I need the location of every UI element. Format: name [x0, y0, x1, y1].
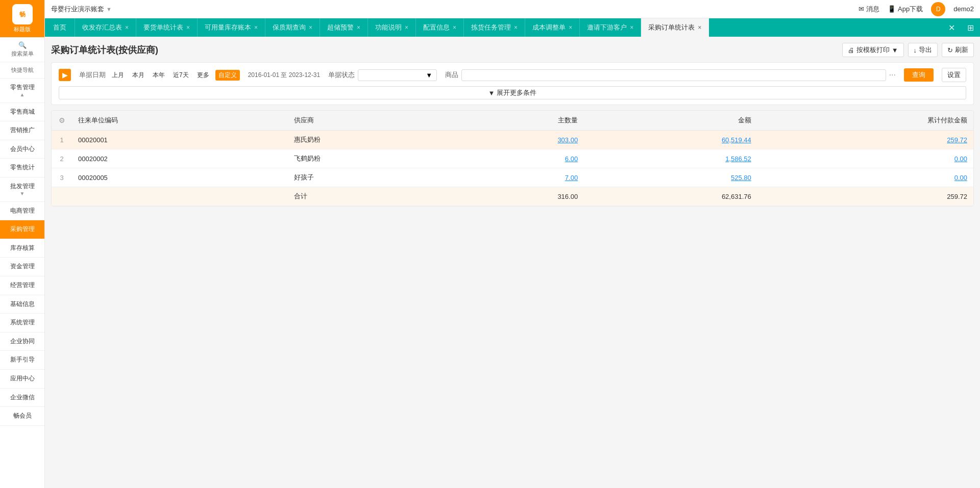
- workspace-label: 母婴行业演示账套: [51, 5, 104, 14]
- maximize-button[interactable]: ⊞: [961, 18, 980, 37]
- tab-pick-task[interactable]: 拣货任务管理 ×: [464, 18, 525, 37]
- date-label: 单据日期: [79, 70, 106, 80]
- print-button[interactable]: 🖨 按模板打印 ▼: [842, 43, 904, 57]
- sidebar-item-purchase[interactable]: 采购管理: [0, 220, 44, 239]
- sidebar-item-enterprise[interactable]: 企业协同: [0, 332, 44, 351]
- row-paid[interactable]: 0.00: [757, 168, 973, 187]
- date-range-display: 2016-01-01 至 2023-12-31: [248, 71, 320, 80]
- page-title: 采购订单统计表(按供应商): [51, 44, 158, 56]
- close-icon[interactable]: ×: [186, 24, 190, 31]
- table-settings-icon[interactable]: ⚙: [59, 116, 65, 124]
- more-icon[interactable]: ···: [889, 70, 896, 80]
- tab-receive-summary[interactable]: 收发存汇总表 ×: [75, 18, 136, 37]
- export-button[interactable]: ↓ 导出: [908, 43, 938, 57]
- row-quantity[interactable]: 7.00: [449, 168, 584, 187]
- row-amount[interactable]: 525.80: [584, 168, 757, 187]
- btn-this-month[interactable]: 本月: [129, 70, 148, 81]
- btn-7days[interactable]: 近7天: [170, 70, 192, 81]
- sidebar-item-system[interactable]: 系统管理: [0, 314, 44, 332]
- message-icon: ✉: [859, 5, 864, 13]
- tab-expiry-query[interactable]: 保质期查询 ×: [265, 18, 320, 37]
- sidebar-item-new-guide[interactable]: 新手引导: [0, 351, 44, 370]
- expand-filter-button[interactable]: ▼ 展开更多条件: [59, 86, 966, 99]
- chevron-icon: ▲: [20, 92, 25, 97]
- sidebar-item-ops[interactable]: 经营管理: [0, 276, 44, 295]
- row-quantity[interactable]: 6.00: [449, 149, 584, 168]
- sidebar-item-retail-store[interactable]: 零售商城: [0, 103, 44, 122]
- close-icon[interactable]: ×: [357, 24, 360, 31]
- sidebar-item-inventory[interactable]: 库存核算: [0, 239, 44, 258]
- row-amount[interactable]: 1,586.52: [584, 149, 757, 168]
- row-index: 1: [52, 131, 72, 149]
- sidebar-item-app-center[interactable]: 应用中心: [0, 370, 44, 389]
- close-tab-button[interactable]: ✕: [942, 18, 961, 37]
- sidebar-item-retail-mgmt[interactable]: 零售管理 ▲: [0, 79, 44, 103]
- logo-icon: 畅: [12, 4, 33, 24]
- tab-usable-inventory[interactable]: 可用量库存账本 ×: [198, 18, 265, 37]
- row-paid[interactable]: 0.00: [757, 149, 973, 168]
- footer-amount: 62,631.76: [584, 187, 757, 206]
- tab-function-desc[interactable]: 功能说明 ×: [368, 18, 416, 37]
- message-button[interactable]: ✉ 消息: [859, 5, 879, 14]
- tab-overstock[interactable]: 超储预警 ×: [320, 18, 368, 37]
- close-icon[interactable]: ×: [569, 24, 572, 31]
- table-row: 3 00020005 好孩子 7.00 525.80 0.00: [52, 168, 973, 187]
- refresh-icon: ↻: [947, 46, 953, 54]
- settings-button[interactable]: 设置: [942, 68, 966, 82]
- avatar[interactable]: D: [931, 2, 945, 16]
- row-amount[interactable]: 60,519.44: [584, 131, 757, 149]
- tab-purchase-stats[interactable]: 采购订单统计表 ×: [641, 18, 709, 37]
- sidebar-item-retail-stats[interactable]: 零售统计: [0, 159, 44, 177]
- filter-toggle[interactable]: ▶: [59, 69, 71, 81]
- sidebar-item-vip[interactable]: 畅会员: [0, 407, 44, 426]
- refresh-button[interactable]: ↻ 刷新: [942, 43, 974, 57]
- row-supplier: 好孩子: [288, 168, 449, 187]
- close-icon[interactable]: ×: [453, 24, 456, 31]
- page-actions: 🖨 按模板打印 ▼ ↓ 导出 ↻ 刷新: [842, 43, 974, 57]
- btn-last-month[interactable]: 上月: [109, 70, 127, 81]
- row-supplier: 飞鹤奶粉: [288, 149, 449, 168]
- query-button[interactable]: 查询: [904, 68, 934, 82]
- sidebar-quick-nav[interactable]: 快捷导航: [0, 62, 44, 79]
- username-label[interactable]: demo2: [953, 5, 974, 13]
- status-select[interactable]: ▼: [358, 69, 437, 81]
- expand-icon: ▼: [488, 89, 495, 97]
- close-icon[interactable]: ×: [254, 24, 258, 31]
- close-icon[interactable]: ×: [698, 24, 701, 31]
- row-quantity[interactable]: 303.00: [449, 131, 584, 149]
- sidebar-item-wholesale[interactable]: 批发管理 ▼: [0, 177, 44, 202]
- sidebar-item-basic[interactable]: 基础信息: [0, 295, 44, 314]
- tab-cost-adjust[interactable]: 成本调整单 ×: [525, 18, 580, 37]
- close-icon[interactable]: ×: [514, 24, 518, 31]
- goods-input[interactable]: [461, 69, 886, 81]
- row-paid[interactable]: 259.72: [757, 131, 973, 149]
- status-label: 单据状态: [328, 70, 355, 80]
- th-code: 往来单位编码: [72, 111, 288, 131]
- sidebar-item-finance[interactable]: 资金管理: [0, 258, 44, 276]
- tab-goods-stats[interactable]: 要货单统计表 ×: [136, 18, 198, 37]
- close-icon[interactable]: ×: [405, 24, 408, 31]
- sidebar-item-marketing[interactable]: 营销推广: [0, 121, 44, 140]
- close-icon[interactable]: ×: [309, 24, 312, 31]
- close-icon[interactable]: ×: [125, 24, 129, 31]
- quick-nav-label: 快捷导航: [11, 66, 34, 74]
- date-shortcut-buttons: 上月 本月 本年 近7天 更多: [109, 70, 212, 81]
- workspace-selector[interactable]: 母婴行业演示账套 ▼: [51, 5, 112, 14]
- sidebar-search[interactable]: 🔍 搜索菜单: [0, 37, 44, 62]
- btn-this-year[interactable]: 本年: [150, 70, 168, 81]
- filter-date-item: 单据日期 上月 本月 本年 近7天 更多 自定义: [79, 70, 240, 81]
- logo-area[interactable]: 畅 标题版: [0, 0, 44, 37]
- tab-config-info[interactable]: 配置信息 ×: [416, 18, 464, 37]
- tab-invite-downstream[interactable]: 邀请下游客户 ×: [580, 18, 641, 37]
- tab-home[interactable]: 首页: [45, 18, 75, 37]
- sidebar-item-member[interactable]: 会员中心: [0, 140, 44, 159]
- logo-text: 标题版: [14, 25, 31, 33]
- dropdown-icon: ▼: [106, 6, 112, 12]
- sidebar-item-ecom[interactable]: 电商管理: [0, 202, 44, 221]
- close-icon[interactable]: ×: [630, 24, 633, 31]
- app-download-button[interactable]: 📱 App下载: [888, 5, 923, 14]
- export-icon: ↓: [914, 46, 917, 54]
- btn-more-dates[interactable]: 更多: [194, 70, 212, 81]
- sidebar-item-enterprise-wechat[interactable]: 企业微信: [0, 389, 44, 407]
- custom-date-tag[interactable]: 自定义: [215, 70, 240, 81]
